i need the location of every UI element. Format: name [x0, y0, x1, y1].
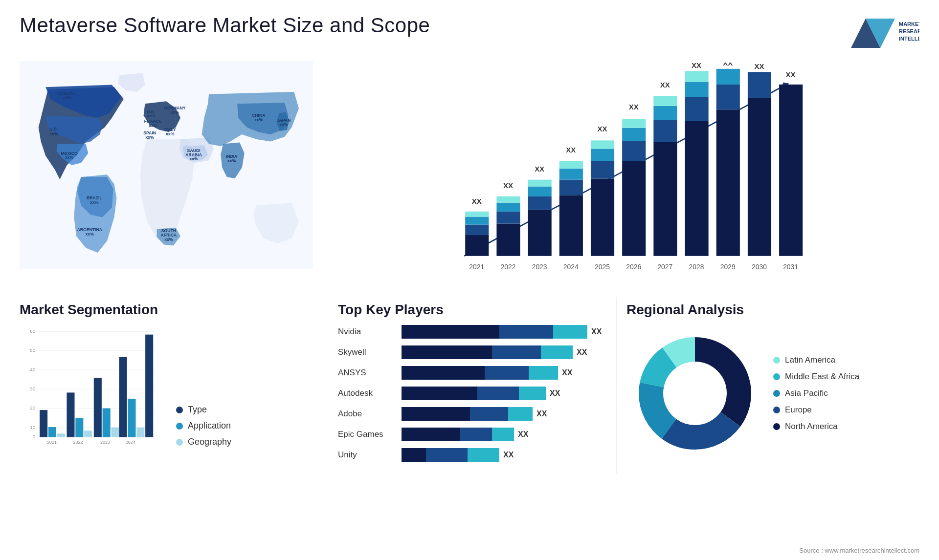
- svg-rect-93: [748, 98, 771, 256]
- page-title: Metaverse Software Market Size and Scope: [20, 14, 430, 37]
- svg-rect-128: [136, 428, 144, 437]
- players-section: Top Key Players Nvidia XX Skywell: [323, 297, 616, 474]
- svg-text:XX: XX: [472, 197, 482, 205]
- svg-text:INTELLECT: INTELLECT: [899, 36, 919, 42]
- svg-rect-58: [559, 195, 583, 256]
- svg-rect-79: [653, 96, 677, 106]
- svg-rect-119: [75, 418, 83, 437]
- svg-rect-82: [685, 121, 709, 256]
- svg-text:0: 0: [33, 434, 36, 439]
- svg-rect-114: [40, 410, 47, 437]
- players-title: Top Key Players: [338, 302, 602, 318]
- player-name-nvidia: Nvidia: [338, 327, 397, 337]
- player-bar-adobe: XX: [402, 407, 602, 421]
- player-bar-ansys: XX: [402, 366, 602, 380]
- svg-text:xx%: xx%: [149, 123, 157, 128]
- svg-text:xx%: xx%: [147, 113, 156, 118]
- svg-rect-94: [748, 72, 771, 98]
- svg-text:2024: 2024: [126, 440, 135, 445]
- europe-dot: [773, 407, 780, 413]
- player-label-adobe: XX: [537, 409, 547, 418]
- svg-rect-41: [465, 225, 489, 235]
- svg-text:2021: 2021: [47, 440, 57, 445]
- svg-rect-84: [685, 82, 709, 97]
- svg-rect-118: [67, 392, 74, 437]
- player-row-unity: Unity XX: [338, 448, 602, 462]
- svg-text:2023: 2023: [532, 263, 547, 271]
- svg-text:xx%: xx%: [49, 131, 58, 136]
- seg-chart-area: 60 50 40 30 20 10 0: [20, 325, 313, 447]
- svg-text:xx%: xx%: [86, 232, 94, 237]
- player-label-ansys: XX: [562, 368, 572, 377]
- player-name-epicgames: Epic Games: [338, 430, 397, 439]
- svg-text:2026: 2026: [626, 263, 641, 271]
- main-content: CANADA xx% U.S. xx% MEXICO xx% BRAZIL xx…: [0, 58, 939, 474]
- svg-rect-115: [48, 427, 56, 437]
- svg-rect-65: [591, 161, 614, 178]
- svg-rect-52: [528, 210, 552, 256]
- svg-rect-42: [465, 217, 489, 225]
- svg-text:XX: XX: [786, 70, 796, 79]
- mea-dot: [773, 373, 780, 380]
- application-dot: [176, 423, 183, 430]
- svg-text:xx%: xx%: [254, 117, 263, 122]
- svg-rect-126: [119, 357, 127, 437]
- svg-rect-120: [84, 431, 92, 437]
- svg-rect-122: [94, 378, 102, 437]
- world-map: CANADA xx% U.S. xx% MEXICO xx% BRAZIL xx…: [20, 58, 313, 273]
- svg-rect-123: [103, 409, 111, 437]
- legend-geography-label: Geography: [188, 437, 231, 447]
- regional-title: Regional Analysis: [626, 302, 910, 318]
- svg-rect-59: [559, 180, 583, 195]
- donut-chart: [626, 325, 763, 462]
- svg-text:xx%: xx%: [279, 122, 288, 127]
- svg-text:2021: 2021: [469, 263, 484, 271]
- svg-text:XX: XX: [629, 103, 639, 111]
- svg-point-137: [665, 363, 725, 424]
- asia-pacific-dot: [773, 390, 780, 397]
- svg-rect-88: [716, 109, 740, 256]
- player-bar-epicgames: XX: [402, 428, 602, 441]
- svg-text:30: 30: [30, 386, 35, 391]
- mea-label: Middle East & Africa: [785, 372, 859, 382]
- svg-text:U.S.: U.S.: [49, 127, 58, 131]
- regional-legend: Latin America Middle East & Africa Asia …: [773, 355, 859, 431]
- svg-text:2028: 2028: [689, 263, 704, 271]
- svg-text:xx%: xx%: [65, 155, 74, 160]
- svg-text:xx%: xx%: [227, 158, 236, 163]
- legend-type-label: Type: [188, 405, 207, 415]
- type-dot: [176, 407, 183, 413]
- svg-text:2022: 2022: [500, 263, 515, 271]
- europe-label: Europe: [785, 405, 812, 415]
- svg-rect-67: [591, 140, 614, 149]
- svg-rect-89: [716, 85, 740, 109]
- svg-rect-85: [685, 71, 709, 82]
- svg-text:RESEARCH: RESEARCH: [899, 28, 919, 34]
- svg-rect-49: [496, 196, 520, 203]
- svg-text:xx%: xx%: [63, 95, 71, 100]
- player-label-nvidia: XX: [591, 327, 602, 336]
- logo-area: MARKET RESEARCH INTELLECT: [846, 14, 919, 53]
- source-text: Source : www.marketresearchintellect.com: [799, 547, 919, 554]
- player-row-adobe: Adobe XX: [338, 407, 602, 421]
- svg-rect-124: [112, 428, 119, 437]
- svg-rect-54: [528, 187, 552, 196]
- svg-rect-97: [779, 85, 803, 256]
- player-row-skywell: Skywell XX: [338, 345, 602, 359]
- player-row-autodesk: Autodesk XX: [338, 387, 602, 400]
- regional-section: Regional Analysis: [616, 297, 919, 474]
- player-row-epicgames: Epic Games XX: [338, 428, 602, 441]
- svg-text:XX: XX: [723, 63, 733, 67]
- svg-text:xx%: xx%: [189, 156, 198, 161]
- company-logo: MARKET RESEARCH INTELLECT: [846, 14, 919, 53]
- svg-text:MARKET: MARKET: [899, 21, 919, 27]
- player-row-nvidia: Nvidia XX: [338, 325, 602, 339]
- svg-rect-77: [653, 120, 677, 142]
- asia-pacific-label: Asia Pacific: [785, 388, 828, 398]
- geography-dot: [176, 439, 183, 446]
- svg-text:XX: XX: [535, 165, 544, 173]
- svg-rect-78: [653, 106, 677, 120]
- svg-rect-43: [465, 212, 489, 217]
- segmentation-section: Market Segmentation 60 50 40 30 20 10 0: [20, 297, 323, 474]
- svg-text:2025: 2025: [595, 263, 610, 271]
